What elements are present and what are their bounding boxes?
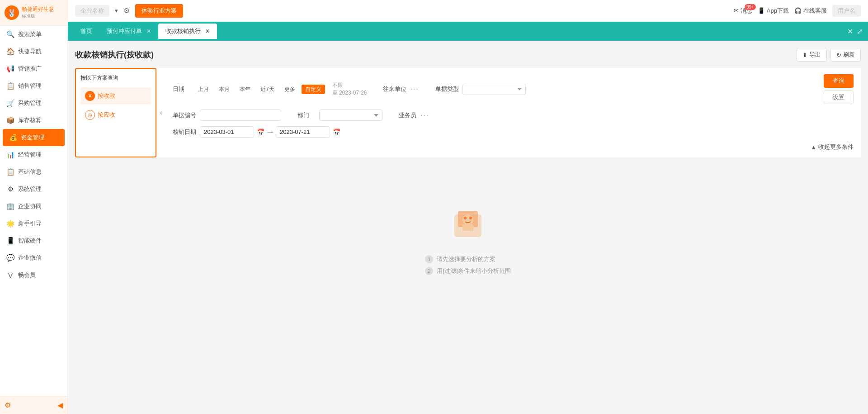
- tab-prepay-close[interactable]: ✕: [146, 28, 151, 34]
- verify-date-start-input[interactable]: [200, 126, 254, 138]
- sidebar-item-member[interactable]: V畅会员: [0, 266, 67, 284]
- salesperson-field: 业务员 ···: [399, 111, 429, 119]
- logo-area: 🐰 畅捷通好生意 标准版: [0, 0, 67, 26]
- counterparty-dots[interactable]: ···: [410, 85, 419, 93]
- purchase-icon: 🛒: [6, 99, 14, 107]
- sidebar-label-finance: 资金管理: [21, 133, 44, 142]
- solution-button[interactable]: 体验行业方案: [135, 4, 183, 18]
- dept-field: 部门: [297, 109, 382, 121]
- collapse-more-btn[interactable]: ▲ 收起更多条件: [173, 143, 854, 151]
- collapse-icon: ▲: [811, 144, 816, 151]
- page-content: 收款核销执行(按收款) ⬆ 导出 ↻ 刷新 按以下方案查询 ¥ 按收款: [68, 41, 868, 414]
- page-header: 收款核销执行(按收款) ⬆ 导出 ↻ 刷新: [75, 48, 861, 62]
- bill-type-select[interactable]: [462, 84, 526, 95]
- app-download-label: App下载: [767, 7, 789, 15]
- verify-date-end-input[interactable]: [276, 126, 330, 138]
- salesperson-label: 业务员: [399, 111, 417, 119]
- verify-date-start-cal-icon[interactable]: 📅: [257, 128, 264, 136]
- refresh-button[interactable]: ↻ 刷新: [830, 48, 861, 62]
- sidebar-footer: ⚙ ◀: [0, 396, 67, 414]
- message-button[interactable]: ✉ 消息 99+: [734, 7, 752, 15]
- sidebar-label-system: 系统管理: [18, 185, 42, 193]
- expand-icon[interactable]: ⤢: [857, 27, 863, 36]
- date-btn-custom[interactable]: 自定义: [302, 85, 325, 94]
- sidebar-item-marketing[interactable]: 📢营销推广: [0, 60, 67, 77]
- tab-prepay[interactable]: 预付冲应付单 ✕: [99, 24, 158, 39]
- sidebar-label-purchase: 采购管理: [18, 99, 42, 107]
- sidebar-item-search[interactable]: 🔍搜索菜单: [0, 26, 67, 43]
- guide-icon: 🌟: [6, 219, 14, 228]
- filter-option-receivable[interactable]: ◷ 按应收: [80, 106, 151, 124]
- date-btn-this-month[interactable]: 本月: [215, 85, 233, 94]
- tab-collect[interactable]: 收款核销执行 ✕: [158, 24, 217, 39]
- sidebar-item-sales[interactable]: 📋销售管理: [0, 77, 67, 95]
- bill-no-input[interactable]: [200, 109, 281, 121]
- sidebar-item-system[interactable]: ⚙系统管理: [0, 181, 67, 198]
- page-actions: ⬆ 导出 ↻ 刷新: [797, 48, 861, 62]
- date-separator: —: [267, 128, 273, 135]
- verify-date-field: 核销日期 📅 — 📅: [173, 126, 340, 138]
- export-button[interactable]: ⬆ 导出: [797, 48, 827, 62]
- filter-option-receipt[interactable]: ¥ 按收款: [80, 87, 151, 105]
- tabbar-controls: ✕ ⤢: [847, 27, 863, 36]
- filter-sidebar-collapse[interactable]: ‹: [156, 68, 165, 157]
- bill-no-field: 单据编号: [173, 109, 281, 121]
- date-btn-7days[interactable]: 近7天: [257, 85, 278, 94]
- sidebar-item-finance[interactable]: 💰资金管理: [3, 129, 65, 146]
- sidebar-item-quicknav[interactable]: 🏠快捷导航: [0, 43, 67, 60]
- verify-date-range: 📅 — 📅: [200, 126, 340, 138]
- bill-no-label: 单据编号: [173, 111, 196, 119]
- operations-icon: 📊: [6, 151, 14, 159]
- sidebar-item-guide[interactable]: 🌟新手引导: [0, 215, 67, 232]
- sidebar-item-operations[interactable]: 📊经营管理: [0, 146, 67, 163]
- date-unlimited-text: 不限至 2023-07-26: [332, 81, 367, 97]
- wecom-icon: 💬: [6, 254, 14, 262]
- filter-sidebar: 按以下方案查询 ¥ 按收款 ◷ 按应收: [75, 68, 156, 157]
- online-service-button[interactable]: 🎧 在线客服: [794, 7, 827, 15]
- filter-receipt-icon: ¥: [85, 91, 95, 101]
- sidebar-label-marketing: 营销推广: [18, 65, 42, 73]
- export-icon: ⬆: [802, 52, 807, 58]
- settings-button[interactable]: 设置: [824, 90, 854, 104]
- sidebar-item-inventory[interactable]: 📦库存核算: [0, 112, 67, 129]
- settings-icon[interactable]: ⚙: [5, 401, 11, 409]
- app-download-button[interactable]: 📱 App下载: [758, 7, 789, 15]
- sidebar-item-collab[interactable]: 🏢企业协同: [0, 198, 67, 215]
- dropdown-icon[interactable]: ▾: [115, 7, 118, 14]
- sidebar-item-basicinfo[interactable]: 📋基础信息: [0, 163, 67, 181]
- sales-icon: 📋: [6, 82, 14, 90]
- verify-date-end-cal-icon[interactable]: 📅: [333, 128, 340, 136]
- service-icon: 🎧: [794, 7, 802, 14]
- svg-rect-3: [462, 224, 473, 231]
- marketing-icon: 📢: [6, 65, 14, 73]
- inventory-icon: 📦: [6, 116, 14, 124]
- tab-collect-close[interactable]: ✕: [205, 28, 210, 34]
- online-service-label: 在线客服: [803, 7, 827, 15]
- tab-home-label: 首页: [80, 27, 92, 35]
- filter-row-1: 日期 上月 本月 本年 近7天 更多 自定义 不限至 2023-07-26: [173, 74, 854, 104]
- date-btn-more[interactable]: 更多: [281, 85, 299, 94]
- refresh-label: 刷新: [843, 51, 855, 59]
- salesperson-dots[interactable]: ···: [420, 111, 429, 119]
- gear-icon[interactable]: ⚙: [123, 6, 130, 15]
- filter-receivable-label: 按应收: [98, 111, 115, 119]
- date-btn-last-month[interactable]: 上月: [194, 85, 212, 94]
- query-button[interactable]: 查询: [824, 74, 854, 88]
- tab-home[interactable]: 首页: [73, 24, 99, 39]
- quicknav-icon: 🏠: [6, 48, 14, 56]
- collapse-more-label: 收起更多条件: [818, 143, 854, 151]
- sidebar-item-hardware[interactable]: 📱智能硬件: [0, 232, 67, 249]
- collapse-sidebar-icon[interactable]: ◀: [57, 401, 63, 409]
- bill-type-label: 单据类型: [435, 85, 459, 93]
- empty-tip-1-text: 请先选择要分析的方案: [437, 255, 495, 263]
- search-icon: 🔍: [6, 30, 14, 38]
- svg-point-5: [469, 217, 472, 219]
- date-btn-this-year[interactable]: 本年: [236, 85, 254, 94]
- dept-select[interactable]: [319, 109, 382, 121]
- date-label: 日期: [173, 85, 191, 93]
- close-tab-icon[interactable]: ✕: [847, 27, 853, 36]
- sidebar-item-purchase[interactable]: 🛒采购管理: [0, 95, 67, 112]
- collab-icon: 🏢: [6, 202, 14, 210]
- sidebar-item-wecom[interactable]: 💬企业微信: [0, 249, 67, 266]
- message-badge: 99+: [745, 4, 756, 10]
